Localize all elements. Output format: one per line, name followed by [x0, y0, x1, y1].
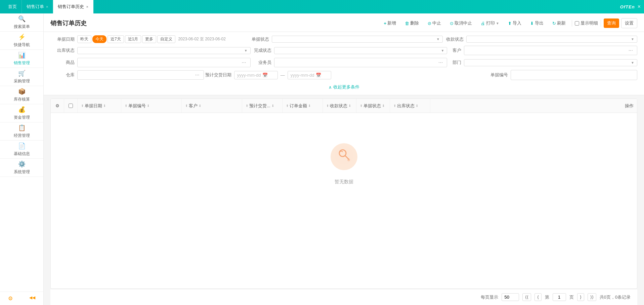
sidebar-item-base-info[interactable]: 📄 基础信息: [0, 141, 43, 159]
product-input[interactable]: ···: [77, 58, 251, 67]
tab-sales-order-history[interactable]: 销售订单历史 ×: [53, 0, 93, 13]
collapse-more-btn[interactable]: ∧ 收起更多条件: [50, 83, 637, 91]
sort-icon-amount-down[interactable]: ⬇: [308, 104, 311, 108]
date-btn-custom[interactable]: 自定义: [157, 35, 175, 43]
sidebar-item-search-menu[interactable]: 🔍 搜索菜单: [0, 13, 43, 32]
tab-home[interactable]: 首页: [3, 0, 22, 13]
new-icon: +: [384, 21, 387, 26]
customer-ellipsis[interactable]: ···: [627, 47, 634, 53]
topbar-close-icon[interactable]: ×: [638, 4, 641, 10]
sidebar-item-sys-mgmt[interactable]: ⚙️ 系统管理: [0, 159, 43, 177]
tab-sales-order-history-close[interactable]: ×: [86, 5, 88, 9]
sidebar-item-quick-nav[interactable]: ⚡ 快捷导航: [0, 32, 43, 50]
payment-status-control: ▼: [466, 36, 637, 43]
export-button[interactable]: ⬇ 导出: [527, 18, 547, 28]
svg-point-3: [347, 159, 350, 161]
display-detail-checkbox[interactable]: [575, 21, 579, 26]
sidebar-settings-btn[interactable]: ⚙: [8, 295, 13, 302]
query-button[interactable]: 查询: [604, 18, 619, 28]
sort-icon-date-up[interactable]: ⬆: [81, 104, 84, 108]
th-date-label: 单据日期: [85, 103, 102, 109]
print-button[interactable]: 🖨 打印 ▼: [477, 18, 503, 28]
table-header: ⚙ ⬆ 单据日期 ⬇ ⬆ 单据编号 ⬇ ⬆ 客户 ⬇: [51, 99, 637, 113]
date-btn-1month[interactable]: 近1月: [125, 35, 141, 43]
product-ellipsis[interactable]: ···: [240, 60, 247, 66]
th-gear[interactable]: ⚙: [51, 99, 64, 113]
sidebar-collapse-btn[interactable]: ◀◀: [29, 295, 35, 302]
complete-status-select[interactable]: ▼: [274, 47, 447, 54]
tab-sales-order[interactable]: 销售订单 ×: [22, 0, 53, 13]
sort-icon-docno-up[interactable]: ⬆: [125, 104, 127, 108]
delete-icon: 🗑: [405, 21, 409, 26]
sort-icon-customer-up[interactable]: ⬆: [185, 104, 188, 108]
sidebar-item-ops-mgmt[interactable]: 📋 经营管理: [0, 122, 43, 141]
gear-icon[interactable]: ⚙: [55, 103, 59, 108]
pagination-next-btn[interactable]: ⟩: [577, 293, 584, 301]
sort-icon-pay-status-down[interactable]: ⬇: [348, 104, 351, 108]
delivery-date-end[interactable]: yyyy-mm-dd 📅: [288, 71, 331, 79]
finance-mgmt-icon: 💰: [18, 106, 26, 113]
sort-icon-wh-down[interactable]: ⬇: [416, 104, 418, 108]
sort-icon-wh-up[interactable]: ⬆: [393, 104, 396, 108]
th-checkbox[interactable]: [64, 99, 78, 113]
refresh-button[interactable]: ↻ 刷新: [549, 18, 569, 28]
sidebar-item-finance-mgmt[interactable]: 💰 资金管理: [0, 104, 43, 122]
salesperson-control: ···: [274, 58, 447, 67]
department-select[interactable]: ▼: [464, 59, 637, 66]
refresh-label: 刷新: [557, 20, 566, 26]
display-detail-checkbox-wrap[interactable]: 显示明细: [575, 20, 598, 26]
pagination-last-btn[interactable]: ⟩⟩: [588, 293, 596, 301]
sidebar-item-purchase-mgmt[interactable]: 🛒 采购管理: [0, 68, 43, 86]
search-menu-icon: 🔍: [18, 15, 26, 23]
select-all-checkbox[interactable]: [69, 104, 73, 108]
print-icon: 🖨: [481, 21, 485, 26]
sidebar-item-inventory[interactable]: 📦 库存核算: [0, 86, 43, 104]
payment-status-select[interactable]: ▼: [466, 36, 637, 43]
pagination-prev-btn[interactable]: ⟨: [534, 293, 542, 301]
th-delivery-label: 预计交货...: [249, 103, 270, 109]
date-btn-more[interactable]: 更多: [142, 35, 156, 43]
sidebar-item-sales-mgmt[interactable]: 📊 销售管理: [0, 50, 43, 68]
delete-button[interactable]: 🗑 删除: [401, 18, 422, 28]
cancel-stop-button[interactable]: ⊙ 取消中止: [446, 18, 475, 28]
sort-icon-delivery-up[interactable]: ⬆: [246, 104, 248, 108]
tab-sales-order-close[interactable]: ×: [46, 5, 48, 9]
customer-input[interactable]: ···: [464, 46, 637, 55]
salesperson-input[interactable]: ···: [274, 58, 447, 67]
date-btn-yesterday[interactable]: 昨天: [77, 35, 91, 43]
sort-icon-doc-status-up[interactable]: ⬆: [360, 104, 362, 108]
print-label: 打印: [486, 20, 495, 26]
warehouse-input[interactable]: ···: [77, 70, 204, 80]
voucher-status-select[interactable]: ▼: [272, 36, 443, 43]
th-customer: ⬆ 客户 ⬇: [182, 99, 242, 113]
sort-icon-docno-down[interactable]: ⬇: [147, 104, 149, 108]
sidebar-item-purchase-mgmt-label: 采购管理: [14, 78, 30, 84]
sort-icon-date-down[interactable]: ⬇: [103, 104, 106, 108]
new-button[interactable]: + 新增: [381, 18, 400, 28]
settings-button[interactable]: 设置: [621, 18, 637, 28]
complete-status-label: 完成状态: [251, 47, 274, 53]
sidebar-item-ops-mgmt-label: 经营管理: [14, 133, 30, 139]
voucher-no-input[interactable]: [511, 70, 637, 80]
department-label: 部门: [447, 60, 464, 66]
per-page-select[interactable]: 50 10 20 100: [502, 293, 519, 301]
salesperson-ellipsis[interactable]: ···: [437, 60, 444, 66]
sort-icon-doc-status-down[interactable]: ⬇: [382, 104, 385, 108]
pagination-page-input[interactable]: [553, 293, 566, 301]
voucher-no-control: [511, 70, 637, 80]
filter-row-2: 出库状态 ▼ 完成状态 ▼ 客户 ···: [50, 46, 637, 55]
per-page-label: 每页显示: [481, 294, 498, 300]
svg-point-0: [335, 146, 353, 165]
sort-icon-customer-down[interactable]: ⬇: [199, 104, 201, 108]
import-button[interactable]: ⬆ 导入: [505, 18, 525, 28]
stop-button[interactable]: ⊘ 中止: [424, 18, 444, 28]
warehouse-ellipsis[interactable]: ···: [194, 72, 201, 78]
sort-icon-amount-up[interactable]: ⬆: [286, 104, 289, 108]
date-btn-7days[interactable]: 近7天: [108, 35, 124, 43]
sort-icon-delivery-down[interactable]: ⬇: [271, 104, 274, 108]
delivery-date-start[interactable]: yyyy-mm-dd 📅: [234, 71, 278, 79]
date-btn-today[interactable]: 今天: [92, 35, 106, 43]
warehouse-out-select[interactable]: ▼: [77, 47, 251, 54]
sort-icon-pay-status-up[interactable]: ⬆: [326, 104, 329, 108]
pagination-first-btn[interactable]: ⟨⟨: [522, 293, 531, 301]
